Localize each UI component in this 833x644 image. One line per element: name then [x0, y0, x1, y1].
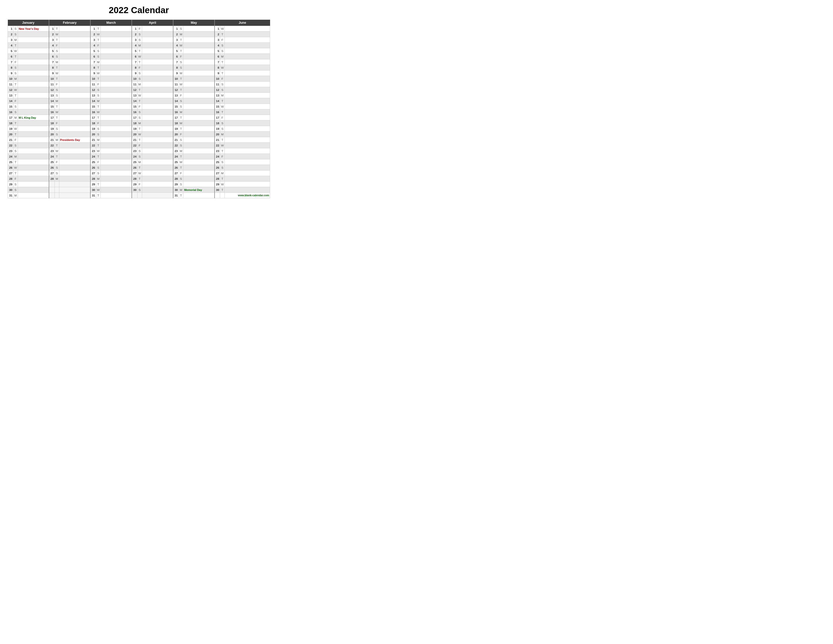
jun-day-11-dow: S — [220, 82, 225, 87]
feb-day-17-holiday — [59, 115, 90, 121]
apr-day-8-dow: F — [137, 65, 142, 71]
jun-day-21-holiday — [225, 137, 270, 143]
apr-day-13-holiday — [142, 93, 173, 98]
jun-day-12-dow: S — [220, 87, 225, 93]
jun-day-22-num: 22 — [215, 143, 220, 148]
apr-day-14-dow: T — [137, 98, 142, 104]
apr-day-1-num: 1 — [132, 26, 137, 32]
may-day-21-dow: S — [179, 137, 183, 143]
jan-day-22-num: 22 — [8, 143, 13, 148]
jan-day-18-dow: T — [13, 121, 18, 126]
apr-day-19-dow: T — [137, 126, 142, 132]
table-row: 5W5S5S5T5T5S — [8, 48, 270, 54]
jun-day-25-dow: S — [220, 159, 225, 165]
may-day-15-num: 15 — [173, 104, 179, 109]
jan-day-2-holiday — [18, 32, 49, 37]
apr-day-3-dow: S — [137, 37, 142, 43]
jun-day-10-holiday — [225, 76, 270, 82]
jan-day-19-holiday — [18, 126, 49, 132]
table-row: 23S23W23W23S23M23T — [8, 148, 270, 154]
apr-day-15-holiday — [142, 104, 173, 109]
mar-day-11-dow: F — [96, 82, 100, 87]
jan-holiday-label: New Year's Day — [19, 27, 39, 30]
mar-day-24-num: 24 — [90, 154, 96, 159]
jan-day-25-dow: T — [13, 159, 18, 165]
jun-day-3-num: 3 — [215, 37, 220, 43]
may-day-6-num: 6 — [173, 54, 179, 60]
may-day-5-holiday — [183, 48, 215, 54]
jun-day-15-holiday — [225, 104, 270, 109]
table-row: 19W19S19S19T19T19S — [8, 126, 270, 132]
table-row: 8S8T8T8F8S8W — [8, 65, 270, 71]
may-day-1-holiday — [183, 26, 215, 32]
feb-day-25-dow: F — [55, 159, 59, 165]
march-header: March — [90, 20, 132, 26]
jun-day-13-dow: M — [220, 93, 225, 98]
mar-day-22-holiday — [100, 143, 132, 148]
mar-day-1-holiday — [100, 26, 132, 32]
apr-day-1-dow: F — [137, 26, 142, 32]
jan-day-3-dow: M — [13, 37, 18, 43]
apr-day-26-num: 26 — [132, 165, 137, 171]
jan-day-20-num: 20 — [8, 132, 13, 137]
may-day-22-holiday — [183, 143, 215, 148]
jan-day-16-holiday — [18, 109, 49, 115]
mar-day-26-num: 26 — [90, 165, 96, 171]
mar-day-22-num: 22 — [90, 143, 96, 148]
jan-day-13-dow: T — [13, 93, 18, 98]
jun-day-17-num: 17 — [215, 115, 220, 121]
jan-day-23-num: 23 — [8, 148, 13, 154]
may-day-4-holiday — [183, 43, 215, 48]
mar-day-29-num: 29 — [90, 182, 96, 187]
apr-day-9-dow: S — [137, 71, 142, 76]
apr-day-27-dow: W — [137, 171, 142, 176]
apr-day-31-holiday — [142, 193, 173, 198]
mar-day-7-num: 7 — [90, 60, 96, 65]
jun-day-22-dow: W — [220, 143, 225, 148]
may-day-22-dow: S — [179, 143, 183, 148]
table-row: 4T4F4F4M4W4S — [8, 43, 270, 48]
jun-day-28-holiday — [225, 176, 270, 182]
may-day-28-holiday — [183, 176, 215, 182]
mar-day-11-num: 11 — [90, 82, 96, 87]
jan-day-31-num: 31 — [8, 193, 13, 198]
jan-day-30-dow: S — [13, 187, 18, 193]
feb-day-8-num: 8 — [49, 65, 55, 71]
jun-day-12-num: 12 — [215, 87, 220, 93]
feb-day-5-num: 5 — [49, 48, 55, 54]
jun-day-5-dow: S — [220, 48, 225, 54]
jun-day-24-num: 24 — [215, 154, 220, 159]
jun-day-1-holiday — [225, 26, 270, 32]
may-day-16-num: 16 — [173, 109, 179, 115]
table-row: 22S22T22T22F22S22W — [8, 143, 270, 148]
feb-day-14-num: 14 — [49, 98, 55, 104]
jan-day-24-holiday — [18, 154, 49, 159]
jun-day-24-holiday — [225, 154, 270, 159]
table-row: 18T18F18F18M18W18S — [8, 121, 270, 126]
may-day-20-holiday — [183, 132, 215, 137]
apr-day-17-dow: S — [137, 115, 142, 121]
jun-day-9-dow: T — [220, 71, 225, 76]
may-day-12-dow: T — [179, 87, 183, 93]
mar-day-28-dow: M — [96, 176, 100, 182]
apr-day-27-holiday — [142, 171, 173, 176]
jan-day-20-dow: T — [13, 132, 18, 137]
table-row: 15S15T15T15F15S15W — [8, 104, 270, 109]
jan-day-27-num: 27 — [8, 171, 13, 176]
may-day-28-num: 28 — [173, 176, 179, 182]
jun-day-5-num: 5 — [215, 48, 220, 54]
may-day-9-dow: M — [179, 71, 183, 76]
mar-day-18-dow: F — [96, 121, 100, 126]
may-day-26-holiday — [183, 165, 215, 171]
jan-day-12-holiday — [18, 87, 49, 93]
jun-day-16-holiday — [225, 109, 270, 115]
apr-day-24-num: 24 — [132, 154, 137, 159]
feb-day-11-num: 11 — [49, 82, 55, 87]
jan-day-30-holiday — [18, 187, 49, 193]
mar-day-12-dow: S — [96, 87, 100, 93]
jan-day-11-dow: T — [13, 82, 18, 87]
feb-day-28-num: 28 — [49, 176, 55, 182]
feb-day-5-dow: S — [55, 48, 59, 54]
may-day-1-num: 1 — [173, 26, 179, 32]
jun-day-29-num: 29 — [215, 182, 220, 187]
